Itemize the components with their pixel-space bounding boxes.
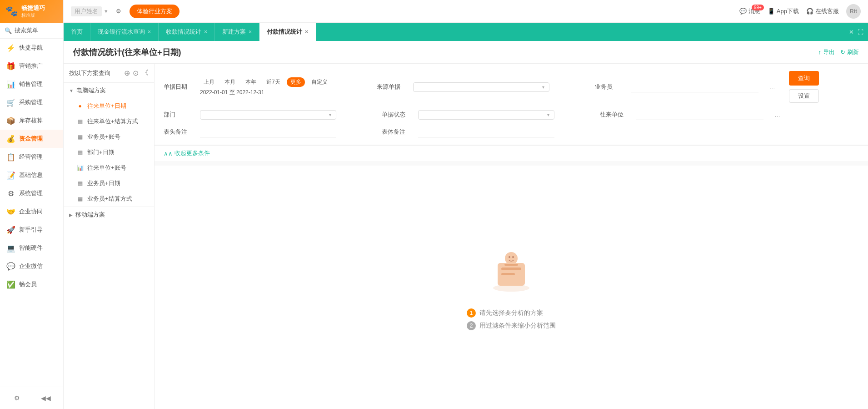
topbar: 用户姓名 ▾ ⚙ 体验行业方案 💬 消息 99+ 📱 App下载 🎧 在线客服 … bbox=[64, 0, 868, 23]
sidebar-item-purchase[interactable]: 🛒 采购管理 bbox=[0, 93, 63, 111]
scheme-add-icon[interactable]: ⊕ bbox=[124, 69, 130, 77]
body-note-label: 表体备注 bbox=[382, 128, 409, 136]
export-icon: ↑ bbox=[818, 49, 822, 56]
service-btn[interactable]: 🎧 在线客服 bbox=[806, 7, 839, 15]
source-select[interactable]: ▾ bbox=[413, 82, 549, 92]
app-download-btn[interactable]: 📱 App下载 bbox=[768, 7, 799, 15]
svg-point-4 bbox=[505, 252, 518, 265]
scheme-collapse-icon[interactable]: 《 bbox=[141, 68, 149, 78]
sidebar-settings-btn[interactable]: ⚙ bbox=[5, 392, 30, 404]
tab-home[interactable]: 首页 bbox=[64, 23, 90, 41]
sidebar-item-system[interactable]: ⚙ 系统管理 bbox=[0, 184, 63, 202]
header-note-input[interactable] bbox=[200, 126, 336, 137]
tab-payment[interactable]: 付款情况统计 × bbox=[259, 23, 316, 41]
staff-input[interactable] bbox=[631, 81, 758, 92]
scheme-item-unit-date[interactable]: ● 往来单位+日期 bbox=[64, 98, 154, 114]
sidebar-item-marketing[interactable]: 🎁 营销推广 bbox=[0, 57, 63, 75]
scheme-panel-header: 按以下方案查询 ⊕ ⊙ 《 bbox=[64, 64, 154, 83]
scheme-panel: 按以下方案查询 ⊕ ⊙ 《 ▼ 电脑端方案 ● 往来单位+日期 ▦ bbox=[64, 64, 155, 409]
tab-bank-close-icon[interactable]: × bbox=[148, 29, 151, 35]
date-opt-last-month[interactable]: 上月 bbox=[200, 77, 218, 87]
scheme-item-dept-date[interactable]: ▦ 部门+日期 bbox=[64, 145, 154, 160]
export-btn[interactable]: ↑ 导出 bbox=[818, 48, 835, 56]
scheme-label: 业务员+结算方式 bbox=[87, 195, 132, 203]
scheme-item-staff-account[interactable]: ▦ 业务员+账号 bbox=[64, 129, 154, 145]
refresh-icon: ↻ bbox=[840, 49, 845, 56]
scheme-item-unit-account[interactable]: 📊 往来单位+账号 bbox=[64, 160, 154, 176]
dept-select[interactable]: ▾ bbox=[200, 110, 336, 120]
tab-bank[interactable]: 现金银行流水查询 × bbox=[90, 23, 159, 41]
empty-tip-1: 1 请先选择要分析的方案 bbox=[467, 308, 556, 318]
tab-payment-close-icon[interactable]: × bbox=[305, 29, 308, 35]
finance-icon: 💰 bbox=[6, 134, 15, 143]
scheme-item-unit-settle[interactable]: ▦ 往来单位+结算方式 bbox=[64, 114, 154, 129]
sidebar-item-member[interactable]: ✅ 畅会员 bbox=[0, 275, 63, 293]
sidebar-item-label: 系统管理 bbox=[19, 189, 43, 197]
tab-new-scheme[interactable]: 新建方案 × bbox=[215, 23, 259, 41]
scheme-item-staff-date[interactable]: ▦ 业务员+日期 bbox=[64, 176, 154, 191]
scheme-label: 往来单位+结算方式 bbox=[87, 117, 138, 126]
sidebar-item-sales[interactable]: 📊 销售管理 bbox=[0, 75, 63, 93]
logo-sub: 标准版 bbox=[21, 12, 45, 19]
sidebar-item-wechat[interactable]: 💬 企业微信 bbox=[0, 257, 63, 275]
scheme-settings-icon[interactable]: ⊙ bbox=[133, 69, 139, 77]
sidebar-item-label: 资金管理 bbox=[19, 135, 43, 143]
date-range-text: 2022-01-01 至 2022-12-31 bbox=[200, 89, 331, 96]
body-note-input[interactable] bbox=[418, 126, 554, 137]
message-icon: 💬 bbox=[739, 8, 747, 15]
sidebar-item-basic[interactable]: 📝 基础信息 bbox=[0, 166, 63, 184]
partner-input[interactable] bbox=[636, 109, 763, 120]
empty-tips: 1 请先选择要分析的方案 2 用过滤条件来缩小分析范围 bbox=[467, 308, 556, 330]
partner-ellipsis[interactable]: … bbox=[774, 111, 780, 118]
sidebar-collapse-btn[interactable]: ◀◀ bbox=[34, 392, 59, 404]
scheme-label: 部门+日期 bbox=[87, 148, 115, 157]
scheme-table-icon: ▦ bbox=[76, 133, 84, 141]
date-opt-this-month[interactable]: 本月 bbox=[221, 77, 239, 87]
date-opt-7days[interactable]: 近7天 bbox=[263, 77, 284, 87]
filter-form: 单据日期 上月 本月 本年 近7天 更多 自定义 2022-01-01 至 20… bbox=[155, 64, 868, 145]
sidebar-item-enterprise[interactable]: 🤝 企业协同 bbox=[0, 202, 63, 221]
sidebar-item-operation[interactable]: 📋 经营管理 bbox=[0, 148, 63, 166]
date-opt-this-year[interactable]: 本年 bbox=[242, 77, 260, 87]
tab-receipt-close-icon[interactable]: × bbox=[204, 29, 207, 35]
refresh-btn[interactable]: ↻ 刷新 bbox=[840, 48, 859, 56]
settings-btn[interactable]: 设置 bbox=[789, 89, 819, 103]
service-icon: 🎧 bbox=[806, 8, 813, 15]
trial-btn[interactable]: 体验行业方案 bbox=[130, 5, 180, 18]
topbar-gear-btn[interactable]: ⚙ bbox=[112, 5, 125, 18]
empty-tip-2: 2 用过滤条件来缩小分析范围 bbox=[467, 321, 556, 330]
collapse-label: 收起更多条件 bbox=[175, 149, 210, 157]
mobile-section-header[interactable]: ▶ 移动端方案 bbox=[64, 207, 154, 222]
date-opt-custom[interactable]: 自定义 bbox=[308, 77, 331, 87]
header-note-label: 表头备注 bbox=[164, 128, 191, 136]
doc-status-label: 单据状态 bbox=[382, 111, 409, 119]
sidebar-item-guide[interactable]: 🚀 新手引导 bbox=[0, 221, 63, 239]
svg-point-5 bbox=[509, 256, 510, 258]
scheme-label: 往来单位+日期 bbox=[87, 102, 126, 110]
scheme-label: 业务员+日期 bbox=[87, 179, 120, 187]
user-avatar[interactable]: Rit bbox=[846, 4, 861, 19]
sidebar-item-search[interactable]: 🔍 搜索菜单 bbox=[0, 23, 63, 39]
tab-fullscreen-icon[interactable]: ⛶ bbox=[858, 29, 863, 35]
basic-icon: 📝 bbox=[6, 171, 15, 180]
doc-status-select[interactable]: ▾ bbox=[418, 110, 554, 120]
message-btn[interactable]: 💬 消息 99+ bbox=[739, 7, 760, 15]
tab-new-scheme-close-icon[interactable]: × bbox=[249, 29, 252, 35]
sidebar-item-shortcut[interactable]: ⚡ 快捷导航 bbox=[0, 39, 63, 57]
tab-close-all-icon[interactable]: ✕ bbox=[849, 29, 854, 35]
source-label: 来源单据 bbox=[377, 83, 404, 91]
scheme-item-staff-settle[interactable]: ▦ 业务员+结算方式 bbox=[64, 191, 154, 207]
tab-receipt[interactable]: 收款情况统计 × bbox=[159, 23, 215, 41]
sidebar-item-finance[interactable]: 💰 资金管理 bbox=[0, 130, 63, 148]
filter-row-2: 部门 ▾ 单据状态 ▾ 往来单位 … bbox=[164, 109, 859, 120]
date-opt-more[interactable]: 更多 bbox=[287, 77, 305, 87]
sidebar-item-hardware[interactable]: 💻 智能硬件 bbox=[0, 239, 63, 257]
staff-ellipsis[interactable]: … bbox=[769, 84, 775, 91]
inventory-icon: 📦 bbox=[6, 116, 15, 125]
collapse-btn[interactable]: ∧∧ 收起更多条件 bbox=[155, 145, 868, 161]
sidebar-item-label: 库存核算 bbox=[19, 116, 43, 125]
desktop-section-header[interactable]: ▼ 电脑端方案 bbox=[64, 83, 154, 98]
query-btn[interactable]: 查询 bbox=[789, 71, 819, 86]
sidebar-item-inventory[interactable]: 📦 库存核算 bbox=[0, 111, 63, 130]
content-area: 付款情况统计(往来单位+日期) ↑ 导出 ↻ 刷新 按以下方案查询 ⊕ ⊙ bbox=[64, 41, 868, 409]
